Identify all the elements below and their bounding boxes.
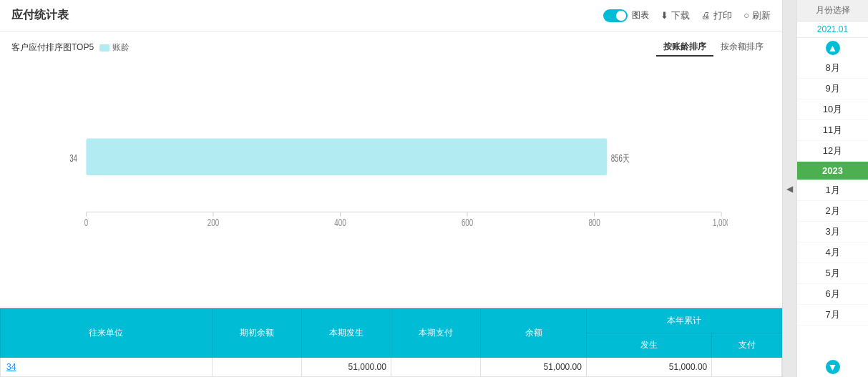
- legend-dot: [99, 44, 109, 52]
- page-title: 应付统计表: [11, 8, 69, 23]
- x-label-1000: 1,000: [713, 217, 728, 228]
- month-item[interactable]: 12月: [797, 141, 868, 162]
- month-item[interactable]: 3月: [797, 222, 868, 243]
- print-button[interactable]: 🖨 打印: [701, 9, 732, 22]
- col-period-pay: 本期支付: [391, 309, 480, 358]
- month-item[interactable]: 8月: [797, 58, 868, 79]
- cell-annual-occur: 51,000.00: [586, 358, 711, 377]
- col-annual-label: 本年累计: [586, 309, 781, 333]
- chart-bar-end-label: 856天: [611, 152, 630, 164]
- month-item[interactable]: 2023: [797, 162, 868, 180]
- month-sidebar: 月份选择 2021.01 ▲ 8月9月10月11月12月20231月2月3月4月…: [796, 0, 868, 377]
- x-label-0: 0: [84, 217, 89, 228]
- toggle-label: 图表: [632, 9, 649, 21]
- x-label-800: 800: [588, 217, 600, 228]
- download-label: 下载: [671, 9, 690, 22]
- chart-legend: 客户应付排序图TOP5 账龄: [11, 41, 130, 54]
- legend-item-bar: 账龄: [99, 41, 130, 54]
- col-period-occur: 本期发生: [301, 309, 391, 358]
- table-row: 34 51,000.00 51,000.00 51,000.00: [1, 358, 782, 377]
- collapse-icon: ◀: [786, 184, 793, 194]
- data-table: 往来单位 期初余额 本期发生 本期支付 余额 本年累计 发生 支付 34 51,…: [0, 308, 782, 377]
- month-item[interactable]: 9月: [797, 79, 868, 99]
- sidebar-year-display[interactable]: 2021.01: [797, 21, 868, 38]
- cell-period-pay: [391, 358, 480, 377]
- month-item[interactable]: 6月: [797, 284, 868, 305]
- x-label-400: 400: [334, 217, 346, 228]
- chart-legend-label: 客户应付排序图TOP5: [11, 41, 94, 54]
- month-item[interactable]: 10月: [797, 99, 868, 120]
- col-from-unit: 往来单位: [1, 309, 213, 358]
- sidebar-nav-down: ▼: [797, 357, 868, 377]
- month-item[interactable]: 1月: [797, 180, 868, 201]
- chart-sort-buttons: 按账龄排序 按余额排序: [656, 39, 771, 57]
- cell-balance: 51,000.00: [481, 358, 587, 377]
- cell-period-occur: 51,000.00: [301, 358, 391, 377]
- x-label-200: 200: [208, 217, 219, 228]
- sidebar-nav-up: ▲: [797, 38, 868, 58]
- month-down-button[interactable]: ▼: [826, 360, 840, 374]
- col-annual-pay: 支付: [712, 333, 782, 358]
- legend-bar-label: 账龄: [112, 41, 130, 54]
- download-button[interactable]: ⬇ 下载: [660, 9, 690, 22]
- print-icon: 🖨: [701, 10, 711, 21]
- sidebar-header: 月份选择: [797, 0, 868, 21]
- chart-toggle-wrap: 图表: [603, 9, 649, 22]
- month-item[interactable]: 2月: [797, 201, 868, 222]
- month-list: 8月9月10月11月12月20231月2月3月4月5月6月7月: [797, 58, 868, 357]
- chart-toggle[interactable]: [603, 9, 628, 22]
- month-item[interactable]: 4月: [797, 243, 868, 263]
- sort-by-balance-button[interactable]: 按账龄排序: [656, 39, 713, 57]
- chart-header: 客户应付排序图TOP5 账龄 按账龄排序 按余额排序: [11, 39, 771, 57]
- chart-section: 客户应付排序图TOP5 账龄 按账龄排序 按余额排序 34 856天: [0, 31, 782, 308]
- month-item[interactable]: 7月: [797, 305, 868, 325]
- col-balance: 余额: [481, 309, 587, 358]
- print-label: 打印: [713, 9, 732, 22]
- sort-by-amount-button[interactable]: 按余额排序: [713, 39, 771, 57]
- chart-y-label: 34: [69, 152, 77, 164]
- download-icon: ⬇: [660, 10, 668, 21]
- refresh-label: 刷新: [752, 9, 771, 22]
- month-item[interactable]: 11月: [797, 120, 868, 141]
- header-actions: 图表 ⬇ 下载 🖨 打印 ○ 刷新: [603, 9, 771, 22]
- cell-annual-pay: [712, 358, 782, 377]
- col-period-balance: 期初余额: [212, 309, 301, 358]
- cell-period-balance: [212, 358, 301, 377]
- table-section: 往来单位 期初余额 本期发生 本期支付 余额 本年累计 发生 支付 34 51,…: [0, 308, 782, 377]
- col-annual-occur: 发生: [586, 333, 711, 358]
- month-item[interactable]: 5月: [797, 263, 868, 284]
- chart-area: 34 856天 0 200 400 600 800 1,000: [11, 62, 771, 300]
- refresh-icon: ○: [743, 10, 749, 21]
- chart-bar: [86, 138, 607, 175]
- refresh-button[interactable]: ○ 刷新: [743, 9, 771, 22]
- page-header: 应付统计表 图表 ⬇ 下载 🖨 打印 ○ 刷新: [0, 0, 782, 31]
- sidebar-collapse-button[interactable]: ◀: [782, 0, 796, 377]
- bar-chart-svg: 34 856天 0 200 400 600 800 1,000: [54, 69, 728, 272]
- x-label-600: 600: [462, 217, 473, 228]
- cell-from-unit[interactable]: 34: [1, 358, 213, 377]
- right-panel: ◀ 月份选择 2021.01 ▲ 8月9月10月11月12月20231月2月3月…: [782, 0, 868, 377]
- month-up-button[interactable]: ▲: [826, 41, 840, 55]
